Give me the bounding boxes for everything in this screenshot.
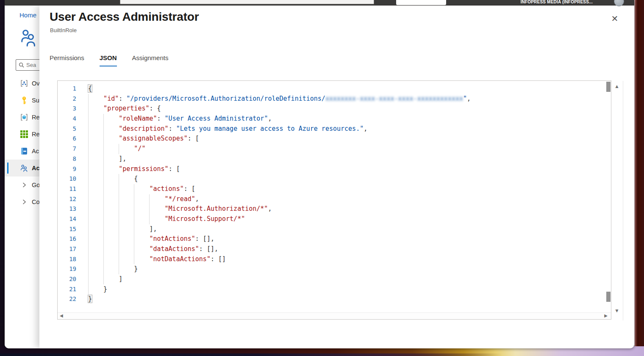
indent-guide [88, 94, 103, 104]
sidebar-search-input[interactable] [26, 62, 39, 68]
sidebar-item-ac[interactable]: Ac [5, 160, 39, 177]
portal-top-bar: INFOPRESS MEDIA (INFOPRESS... [5, 0, 634, 6]
sidebar-item-ov[interactable]: Ov [5, 75, 39, 92]
code-token: : [ [184, 185, 195, 193]
code-token: "Microsoft.Support/*" [165, 215, 245, 223]
code-token: ] [119, 275, 122, 283]
code-token: "actions" [149, 185, 183, 193]
indent-guide [103, 214, 119, 224]
editor-vscroll-thumb-top[interactable] [606, 82, 611, 92]
topbar-button[interactable] [396, 0, 446, 5]
line-number: 16 [58, 234, 76, 244]
sidebar-search-box[interactable] [16, 59, 39, 71]
scroll-up-icon[interactable]: ▲ [614, 83, 619, 89]
sidebar-item-re[interactable]: Re [5, 109, 39, 126]
code-token: "/providers/Microsoft.Authorization/role… [126, 95, 325, 102]
code-line: 22} [58, 294, 605, 304]
sidebar-item-co[interactable]: Co [5, 193, 39, 210]
line-number: 2 [58, 94, 76, 104]
indent-guide [149, 204, 164, 214]
code-token: "*/read" [165, 195, 195, 203]
editor-hscrollbar[interactable]: ◀ ▶ [58, 312, 611, 319]
tab-assignments[interactable]: Assignments [132, 54, 169, 66]
code-token: , [195, 195, 199, 203]
indent-guide [103, 254, 119, 265]
code-token: } [88, 295, 92, 303]
code-line: 4"roleName": "User Access Administrator"… [58, 114, 605, 124]
indent-guide [119, 214, 134, 224]
global-search-bar[interactable] [120, 0, 374, 4]
line-number: 7 [58, 144, 76, 154]
indent-guide [134, 224, 149, 235]
code-token: : [], [199, 245, 218, 253]
line-number: 22 [58, 294, 76, 304]
editor-vscroll-thumb-bottom[interactable] [606, 292, 611, 302]
indent-guide [119, 254, 134, 265]
json-editor[interactable]: 1{2"id": "/providers/Microsoft.Authoriza… [57, 80, 611, 320]
scroll-down-icon[interactable]: ▼ [614, 308, 619, 314]
indent-guide [119, 224, 134, 235]
code-token: : [ [188, 135, 199, 142]
indent-guide [119, 144, 134, 154]
code-token: : [157, 115, 165, 122]
indent-guide [88, 204, 103, 214]
chevron-right-icon [20, 181, 28, 189]
tab-bar: PermissionsJSONAssignments [50, 54, 168, 66]
resource-icon [20, 113, 28, 121]
account-avatar[interactable] [614, 0, 624, 6]
sidebar-item-ac[interactable]: Ac [5, 143, 39, 160]
indent-guide [103, 194, 119, 204]
scroll-left-icon[interactable]: ◀ [60, 313, 63, 318]
indent-guide [88, 244, 103, 254]
sidebar-item-re[interactable]: Re [5, 126, 39, 143]
indent-guide [119, 244, 134, 254]
close-icon[interactable]: ✕ [609, 13, 620, 24]
line-number: 8 [58, 154, 76, 164]
sidebar-item-label: Ov [32, 80, 39, 87]
code-line: 18"notDataActions": [] [58, 254, 605, 265]
code-line: 20] [58, 274, 605, 284]
indent-guide [134, 234, 149, 244]
indent-guide [134, 194, 149, 204]
indent-guide [134, 184, 149, 194]
grid-icon [20, 130, 28, 138]
sidebar-item-label: Ac [32, 148, 39, 155]
desktop-background-left [0, 0, 5, 356]
line-number: 5 [58, 124, 76, 134]
code-token: : [] [211, 255, 226, 263]
code-token: } [103, 285, 107, 293]
tab-permissions[interactable]: Permissions [50, 54, 84, 66]
indent-guide [88, 194, 103, 204]
sidebar-item-su[interactable]: Su [5, 92, 39, 109]
panel-vscrollbar[interactable]: ▲ ▼ [612, 81, 623, 320]
indent-guide [103, 204, 119, 214]
code-token: , [268, 115, 272, 122]
code-token: : [], [195, 235, 214, 243]
code-line: 7"/" [58, 144, 605, 154]
code-line: 6"assignableScopes": [ [58, 134, 605, 144]
breadcrumb-home-link[interactable]: Home [19, 11, 36, 19]
line-number: 11 [58, 184, 76, 194]
blade-sidebar: Home OvSuReReAcAcGoCo [5, 6, 39, 348]
people-icon [20, 164, 28, 172]
indent-guide [88, 214, 103, 224]
tab-json[interactable]: JSON [100, 54, 117, 66]
sidebar-item-label: Re [32, 131, 39, 138]
code-token: "/" [134, 145, 145, 152]
indent-guide [103, 184, 119, 194]
sidebar-item-label: Go [32, 182, 39, 188]
code-token: "roleName" [119, 115, 157, 122]
indent-guide [103, 224, 119, 235]
sidebar-item-go[interactable]: Go [5, 177, 39, 193]
indent-guide [103, 164, 119, 174]
book-icon [20, 147, 28, 155]
code-token: "User Access Administrator" [165, 115, 268, 122]
chevron-right-icon [20, 198, 28, 206]
line-number: 6 [58, 134, 76, 144]
code-token: "permissions" [119, 165, 168, 173]
sidebar-item-label: Co [32, 199, 39, 205]
code-token: "id" [103, 95, 119, 102]
indent-guide [88, 234, 103, 244]
indent-guide [88, 134, 103, 144]
scroll-right-icon[interactable]: ▶ [604, 313, 608, 318]
